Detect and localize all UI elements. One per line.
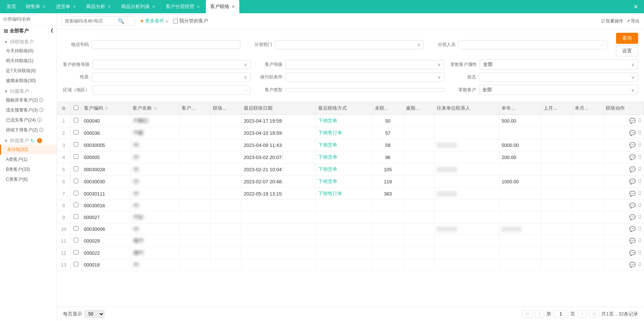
message-icon[interactable]: 💬: [629, 262, 636, 268]
row-checkbox[interactable]: [74, 118, 78, 123]
col-type-header[interactable]: 客户...: [179, 102, 210, 115]
sidebar-collapse-icon[interactable]: 《: [48, 28, 53, 34]
my-customers-check[interactable]: [173, 19, 178, 24]
message-icon[interactable]: 💬: [629, 179, 636, 184]
sort-icon[interactable]: ⇅: [154, 106, 157, 110]
row-checkbox[interactable]: [74, 262, 78, 267]
col-last-contact-date-header[interactable]: 最后联络日期: [242, 102, 316, 115]
col-this-year-header[interactable]: 本年...: [499, 102, 541, 115]
refresh-icon[interactable]: ↻: [31, 138, 35, 144]
col-gear[interactable]: ⚙: [57, 102, 70, 115]
sidebar-item-tomorrow[interactable]: 明天待联络(1): [0, 56, 57, 66]
row-checkbox[interactable]: [74, 214, 78, 219]
nav-tab-customer-tier[interactable]: 客户分层经营 ✕: [161, 0, 204, 13]
sidebar-item-declining[interactable]: 持续下滑客户(2) ⓘ: [0, 125, 57, 135]
sort-icon[interactable]: ⇅: [105, 106, 108, 110]
grid-action-icon[interactable]: ⠿: [638, 238, 641, 244]
sidebar-item-churn-warning[interactable]: 流失预警客户(3) ⓘ: [0, 105, 57, 115]
filter-select-dept[interactable]: ∨: [275, 40, 424, 49]
message-icon[interactable]: 💬: [629, 238, 636, 244]
window-close-button[interactable]: ✕: [630, 3, 641, 10]
close-tab-icon[interactable]: ✕: [42, 4, 46, 9]
message-icon[interactable]: 💬: [629, 214, 636, 220]
query-button[interactable]: 查询: [616, 33, 638, 44]
nav-tab-purchase[interactable]: 进货单 ✕: [52, 0, 80, 13]
batch-operation-btn[interactable]: ☑ 批量操作: [601, 18, 623, 24]
filter-select-nature[interactable]: ∨: [92, 73, 251, 82]
sidebar-item-today[interactable]: 今天待联络(0): [0, 46, 57, 56]
row-checkbox[interactable]: [74, 191, 78, 195]
message-icon[interactable]: 💬: [629, 191, 636, 197]
my-customers-checkbox[interactable]: 我分管的客户: [173, 18, 208, 24]
filter-select-price-level[interactable]: ∨: [92, 60, 251, 69]
grid-action-icon[interactable]: ⠿: [638, 202, 641, 208]
close-tab-icon[interactable]: ✕: [197, 4, 200, 9]
col-no-contact-header[interactable]: 未联...: [372, 102, 403, 115]
message-icon[interactable]: 💬: [629, 226, 636, 232]
row-checkbox[interactable]: [74, 130, 78, 135]
sidebar-item-class-c[interactable]: C类客户(6): [0, 174, 57, 184]
grid-action-icon[interactable]: ⠿: [638, 191, 641, 197]
message-icon[interactable]: 💬: [629, 250, 636, 256]
sidebar-item-hoarding[interactable]: 囤购异常客户(2) ⓘ: [0, 95, 57, 105]
row-checkbox[interactable]: [74, 238, 78, 243]
grid-action-icon[interactable]: ⠿: [638, 142, 641, 148]
grid-action-icon[interactable]: ⠿: [638, 214, 641, 220]
message-icon[interactable]: 💬: [629, 142, 636, 148]
export-btn[interactable]: ↗ 导出: [626, 18, 640, 24]
settings-icon[interactable]: ⚙: [61, 106, 66, 111]
filter-select-customer-level[interactable]: ∨: [285, 60, 444, 69]
grid-action-icon[interactable]: ⠿: [638, 166, 641, 172]
message-icon[interactable]: 💬: [629, 130, 636, 136]
close-tab-icon[interactable]: ✕: [232, 4, 235, 9]
message-icon[interactable]: 💬: [629, 166, 636, 172]
grid-action-icon[interactable]: ⠿: [638, 262, 641, 268]
grid-action-icon[interactable]: ⠿: [638, 154, 641, 160]
message-icon[interactable]: 💬: [629, 118, 636, 124]
search-input[interactable]: [65, 18, 116, 24]
row-checkbox[interactable]: [74, 250, 78, 255]
grid-action-icon[interactable]: ⠿: [638, 130, 641, 136]
col-name-header[interactable]: 客户名称 ⇅: [130, 102, 179, 115]
filter-select-payment[interactable]: ∨: [285, 73, 444, 82]
sidebar-item-class-a[interactable]: A类客户(1): [0, 155, 57, 165]
sidebar-item-churned[interactable]: 已流失客户(24) ⓘ: [0, 115, 57, 125]
col-contact-header[interactable]: 联络...: [210, 102, 241, 115]
sidebar-all-customers[interactable]: ⊞ 全部客户 《: [0, 25, 57, 36]
col-contact-person-header[interactable]: 往来单位联系人: [434, 102, 499, 115]
filter-select-status[interactable]: ∨: [479, 73, 638, 82]
sidebar-search-input[interactable]: [3, 17, 57, 22]
nav-tab-analysis-list[interactable]: 商品分析列表 ✕: [117, 0, 160, 13]
close-tab-icon[interactable]: ✕: [73, 4, 76, 9]
row-checkbox[interactable]: [74, 142, 78, 147]
row-checkbox[interactable]: [74, 166, 78, 171]
filter-select-sparse[interactable]: 全部 ∨: [479, 85, 638, 95]
sidebar-item-overdue[interactable]: 逾期未联络(30): [0, 76, 57, 86]
col-last-contact-way-header[interactable]: 最后联络方式: [316, 102, 372, 115]
col-this-month-header[interactable]: 本月...: [572, 102, 603, 115]
per-page-select[interactable]: 50 100 200: [84, 310, 105, 318]
close-tab-icon[interactable]: ✕: [108, 4, 111, 9]
row-checkbox[interactable]: [74, 154, 78, 159]
sidebar-item-class-b[interactable]: B类客户(33): [0, 165, 57, 174]
close-tab-icon[interactable]: ✕: [152, 4, 155, 9]
nav-tab-sales[interactable]: 销售单 ✕: [21, 0, 50, 13]
col-last-month-header[interactable]: 上月...: [541, 102, 572, 115]
filter-select-region[interactable]: ···: [92, 85, 251, 95]
sidebar-item-7days[interactable]: 近7天待联络(0): [0, 66, 57, 76]
sidebar-item-ungroup[interactable]: 未分组(32): [0, 145, 57, 155]
prev-page-btn[interactable]: <: [535, 310, 544, 318]
reset-button[interactable]: 设置: [616, 45, 638, 56]
next-page-btn[interactable]: >: [577, 310, 587, 318]
message-icon[interactable]: 💬: [629, 154, 636, 160]
col-checkbox[interactable]: [70, 102, 81, 115]
grid-action-icon[interactable]: ⠿: [638, 179, 641, 184]
filter-select-sparse-attr[interactable]: 全部 ∨: [480, 59, 638, 70]
row-checkbox[interactable]: [74, 226, 78, 231]
grid-action-icon[interactable]: ⠿: [638, 226, 641, 232]
message-icon[interactable]: 💬: [629, 202, 636, 208]
search-icon[interactable]: 🔍: [118, 18, 124, 24]
nav-home[interactable]: 首页: [3, 3, 20, 10]
row-checkbox[interactable]: [74, 179, 78, 183]
nav-tab-customer-contact[interactable]: 客户联络 ✕: [206, 0, 239, 13]
